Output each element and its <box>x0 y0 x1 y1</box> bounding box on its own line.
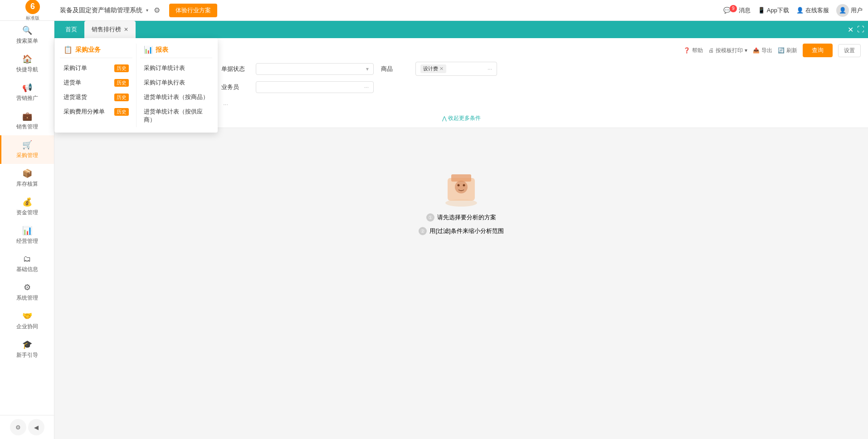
tab-close-icon[interactable]: ✕ <box>124 26 128 33</box>
sidebar-collapse-btn[interactable]: ◀ <box>28 419 44 435</box>
dropdown-item-purchase-order[interactable]: 采购订单 历史 <box>60 61 132 75</box>
sidebar-label-marketing: 营销推广 <box>16 94 38 102</box>
sidebar-item-enterprise[interactable]: 🤝 企业协同 <box>0 306 54 335</box>
search-button[interactable]: 查询 <box>803 44 833 57</box>
print-icon: 🖨 <box>708 47 714 54</box>
dropdown-item-goods-receipt[interactable]: 进货单 历史 <box>60 75 132 90</box>
service-icon: 👤 <box>796 7 804 14</box>
enterprise-icon: 🤝 <box>22 311 32 321</box>
app-download-item[interactable]: 📱 App下载 <box>758 6 789 15</box>
sidebar-label-enterprise: 企业协同 <box>16 323 38 330</box>
sidebar-item-sales[interactable]: 💼 销售管理 <box>0 107 54 135</box>
export-icon: 📤 <box>753 47 760 54</box>
sidebar-label-purchase: 采购管理 <box>16 152 38 159</box>
print-dropdown-arrow[interactable]: ▾ <box>745 47 747 54</box>
system-title-area: 装备及固定资产辅助管理系统 ▾ ⚙ 体验行业方案 <box>60 4 723 17</box>
product-tag: 设计费 ✕ <box>420 64 446 73</box>
dropdown-item-receipt-stats-product[interactable]: 进货单统计表（按商品） <box>140 90 213 104</box>
filter-settings-button[interactable]: 设置 <box>838 44 861 57</box>
product-tag-close[interactable]: ✕ <box>439 66 444 72</box>
sidebar-label-sales: 销售管理 <box>16 123 38 131</box>
logo-area: 6 标准版 <box>5 0 60 21</box>
sidebar-item-quick-nav[interactable]: 🏠 快捷导航 <box>0 49 54 78</box>
empty-state: ① 请先选择要分析的方案 ② 用[过滤]条件来缩小分析范围 <box>54 128 868 273</box>
product-input[interactable]: 设计费 ✕ ··· <box>415 62 497 76</box>
salesman-input[interactable]: ··· <box>256 81 374 93</box>
sidebar-item-operation[interactable]: 📊 经营管理 <box>0 221 54 250</box>
logo-icon: 6 <box>25 0 40 14</box>
salesman-more-icon[interactable]: ··· <box>364 84 369 90</box>
sidebar-item-beginner[interactable]: 🎓 新手引导 <box>0 335 54 364</box>
sidebar-bottom: ⚙ ◀ <box>0 415 54 439</box>
capital-icon: 💰 <box>22 197 32 207</box>
dropdown-col-business-title: 📋 采购业务 <box>60 44 132 58</box>
message-label: 消息 <box>739 6 751 15</box>
svg-point-5 <box>463 184 465 187</box>
online-service-item[interactable]: 👤 在线客服 <box>796 6 829 15</box>
system-title: 装备及固定资产辅助管理系统 <box>60 6 142 15</box>
industry-button[interactable]: 体验行业方案 <box>169 4 217 17</box>
sidebar-label-beginner: 新手引导 <box>16 351 38 359</box>
sidebar-label-quick-nav: 快捷导航 <box>16 66 38 74</box>
svg-point-4 <box>458 184 460 187</box>
status-dropdown-arrow: ▾ <box>366 66 369 72</box>
tab-bar-actions: ✕ ⛶ <box>848 25 864 34</box>
status-label: 单据状态 <box>221 65 249 73</box>
sidebar-settings-btn[interactable]: ⚙ <box>10 419 26 435</box>
dropdown-col-business: 📋 采购业务 采购订单 历史 进货单 历史 进货退货 历史 采购费用分摊单 历史 <box>60 44 132 127</box>
system-dropdown-arrow[interactable]: ▾ <box>146 8 148 13</box>
product-more-icon[interactable]: ··· <box>488 66 492 72</box>
status-input[interactable]: ▾ <box>256 63 374 75</box>
collapse-btn[interactable]: ⋀ 收起更多条件 <box>442 114 481 122</box>
empty-text-1: ① 请先选择要分析的方案 <box>426 213 496 222</box>
sidebar-item-search[interactable]: 🔍 搜索菜单 <box>0 21 54 49</box>
history-badge-2: 历史 <box>114 79 129 87</box>
sidebar-item-marketing[interactable]: 📢 营销推广 <box>0 78 54 107</box>
sidebar-item-basic[interactable]: 🗂 基础信息 <box>0 250 54 278</box>
beginner-icon: 🎓 <box>22 340 32 350</box>
dropdown-item-purchase-expense[interactable]: 采购费用分摊单 历史 <box>60 104 132 119</box>
hint-1: 请先选择要分析的方案 <box>437 213 496 222</box>
app-download-label: App下载 <box>767 6 789 15</box>
tab-action-close[interactable]: ✕ <box>848 25 853 34</box>
tab-sales-ranking[interactable]: 销售排行榜 ✕ <box>84 21 136 38</box>
message-item[interactable]: 💬 9 消息 <box>723 6 751 15</box>
customer-more-dots[interactable]: ··· <box>223 101 228 108</box>
hint-2: 用[过滤]条件来缩小分析范围 <box>429 227 503 235</box>
user-item[interactable]: 👤 用户 <box>836 4 863 17</box>
product-label: 商品 <box>381 65 408 73</box>
settings-icon[interactable]: ⚙ <box>154 6 160 15</box>
refresh-btn[interactable]: 🔄 刷新 <box>778 47 797 54</box>
help-btn[interactable]: ❓ 帮助 <box>683 47 703 54</box>
empty-illustration <box>439 164 484 210</box>
sidebar-item-system[interactable]: ⚙ 系统管理 <box>0 278 54 306</box>
collapse-up-icon: ⋀ <box>442 115 447 122</box>
logo-char: 6 <box>30 2 35 11</box>
sidebar-item-capital[interactable]: 💰 资金管理 <box>0 192 54 221</box>
dropdown-item-receipt-stats-supplier[interactable]: 进货单统计表（按供应商） <box>140 104 213 127</box>
dropdown-item-order-exec[interactable]: 采购订单执行表 <box>140 75 213 90</box>
tab-action-maximize[interactable]: ⛶ <box>857 25 864 34</box>
sidebar-item-stock[interactable]: 📦 库存核算 <box>0 164 54 192</box>
business-icon: 📋 <box>63 45 73 54</box>
message-badge: 9 <box>730 5 737 12</box>
purchase-icon: 🛒 <box>22 140 32 150</box>
dropdown-item-order-stats[interactable]: 采购订单统计表 <box>140 61 213 75</box>
export-btn[interactable]: 📤 导出 <box>753 47 772 54</box>
stock-icon: 📦 <box>22 168 32 178</box>
tab-bar: 首页 销售排行榜 ✕ ✕ ⛶ <box>54 21 868 38</box>
basic-icon: 🗂 <box>23 254 31 264</box>
sidebar-label-system: 系统管理 <box>16 294 38 302</box>
dropdown-item-goods-return[interactable]: 进货退货 历史 <box>60 90 132 104</box>
empty-text-2: ② 用[过滤]条件来缩小分析范围 <box>419 227 503 235</box>
print-btn[interactable]: 🖨 按模板打印 ▾ <box>708 47 747 54</box>
sidebar-item-purchase[interactable]: 🛒 采购管理 <box>0 135 54 164</box>
user-label: 用户 <box>851 6 863 15</box>
top-header: 6 标准版 装备及固定资产辅助管理系统 ▾ ⚙ 体验行业方案 💬 9 消息 📱 … <box>0 0 868 21</box>
history-badge-3: 历史 <box>114 94 129 101</box>
user-avatar: 👤 <box>836 4 849 17</box>
tab-home[interactable]: 首页 <box>58 21 84 38</box>
history-badge-1: 历史 <box>114 64 129 72</box>
purchase-dropdown-menu: 📋 采购业务 采购订单 历史 进货单 历史 进货退货 历史 采购费用分摊单 历史 <box>54 38 218 133</box>
sidebar-label-stock: 库存核算 <box>16 180 38 188</box>
